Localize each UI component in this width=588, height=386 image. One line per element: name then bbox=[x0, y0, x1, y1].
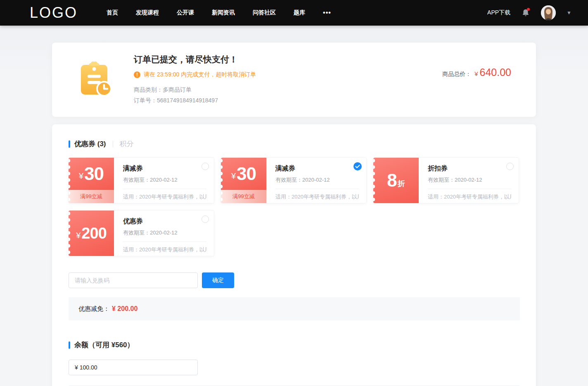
coupon-radio-unselected[interactable] bbox=[202, 163, 209, 170]
coupon-selected-check-icon[interactable] bbox=[353, 162, 362, 171]
tab-coupons[interactable]: 优惠券 (3) bbox=[74, 139, 106, 149]
expiry-date: 2020-02-12 bbox=[455, 177, 482, 183]
logo[interactable]: LOGO bbox=[30, 5, 78, 20]
coupon-card-30-manjian-1[interactable]: ¥30 满99立减 满减券 有效期至：2020-02-12 适用：2020年考研… bbox=[69, 158, 214, 203]
warning-text: 请在 23:59:00 内完成支付，超时将取消订单 bbox=[144, 71, 256, 78]
nav-menu: 首页 发现课程 公开课 新闻资讯 问答社区 题库 ••• bbox=[107, 9, 331, 17]
discount-label: 优惠减免： bbox=[78, 305, 109, 313]
nav-item-qa[interactable]: 问答社区 bbox=[253, 9, 276, 17]
exclamation-circle-icon: ! bbox=[134, 71, 140, 78]
notification-bell-icon[interactable] bbox=[521, 8, 530, 17]
coupon-title: 满减券 bbox=[275, 164, 359, 173]
clipboard-clock-icon bbox=[76, 59, 114, 100]
ticket-notches bbox=[373, 158, 377, 203]
coupon-card-200-youhui[interactable]: ¥200 优惠券 有效期至：2020-02-12 适用：2020年考研专属福利券… bbox=[69, 211, 214, 256]
nav-item-open-class[interactable]: 公开课 bbox=[177, 9, 194, 17]
coupon-amount: 30 bbox=[84, 163, 104, 184]
expiry-date: 2020-02-12 bbox=[150, 230, 178, 236]
coupon-details: 满减券 有效期至：2020-02-12 适用：2020年考研专属福利券，以用..… bbox=[114, 158, 214, 203]
section-accent-bar bbox=[69, 140, 70, 148]
chevron-down-icon[interactable]: ▼ bbox=[567, 10, 571, 16]
coupon-currency: ¥ bbox=[76, 231, 81, 240]
coupon-details: 折扣券 有效期至：2020-02-12 适用：2020年考研专属福利券，以用..… bbox=[419, 158, 519, 203]
coupon-amount-panel: ¥30 满99立减 bbox=[221, 158, 266, 203]
expiry-label: 有效期至： bbox=[123, 230, 150, 236]
coupon-card-discount-8zhe[interactable]: 8折 折扣券 有效期至：2020-02-12 适用：2020年考研专属福利券，以… bbox=[373, 158, 519, 203]
coupon-title: 满减券 bbox=[123, 164, 206, 173]
category-value: 多商品订单 bbox=[163, 86, 192, 93]
order-info: 订单已提交，请尽快支付！ ! 请在 23:59:00 内完成支付，超时将取消订单… bbox=[134, 54, 442, 106]
coupon-title: 折扣券 bbox=[428, 164, 511, 173]
coupon-amount: 200 bbox=[81, 225, 106, 242]
total-label: 商品总价： bbox=[442, 71, 471, 77]
currency-symbol: ¥ bbox=[474, 70, 478, 77]
payment-options-card: 优惠券 (3) 积分 ¥30 满99立减 满减券 有效期至：2020-02-12… bbox=[52, 124, 536, 386]
coupon-details: 优惠券 有效期至：2020-02-12 适用：2020年考研专属福利券，以用..… bbox=[114, 211, 214, 256]
ticket-notches bbox=[221, 158, 224, 203]
expiry-label: 有效期至： bbox=[275, 177, 302, 183]
balance-title: 余额（可用 ¥560） bbox=[74, 340, 134, 350]
coupon-radio-unselected[interactable] bbox=[506, 163, 514, 170]
coupon-amount: 30 bbox=[237, 163, 256, 184]
expiry-label: 有效期至： bbox=[428, 177, 455, 183]
order-title: 订单已提交，请尽快支付！ bbox=[134, 54, 442, 65]
coupon-condition-tag: 满99立减 bbox=[221, 190, 266, 203]
coupon-amount-panel: 8折 bbox=[373, 158, 419, 203]
coupon-title: 优惠券 bbox=[123, 217, 206, 226]
discount-value: ¥ 200.00 bbox=[112, 305, 138, 313]
order-category: 商品类别：多商品订单 bbox=[134, 84, 442, 95]
order-no-label: 订单号： bbox=[134, 97, 157, 104]
nav-right: APP下载 ▼ bbox=[487, 5, 571, 20]
coupon-amount-suffix: 折 bbox=[398, 179, 405, 189]
coupon-scope: 适用：2020年考研专属福利券，以用... bbox=[428, 189, 511, 201]
avatar[interactable] bbox=[541, 5, 556, 20]
coupon-section-header: 优惠券 (3) 积分 bbox=[69, 139, 519, 149]
tab-points[interactable]: 积分 bbox=[120, 139, 134, 149]
nav-item-courses[interactable]: 发现课程 bbox=[136, 9, 159, 17]
order-summary-card: 订单已提交，请尽快支付！ ! 请在 23:59:00 内完成支付，超时将取消订单… bbox=[52, 43, 536, 117]
ticket-notches bbox=[69, 211, 72, 256]
page-body: 订单已提交，请尽快支付！ ! 请在 23:59:00 内完成支付，超时将取消订单… bbox=[0, 26, 588, 386]
tab-divider bbox=[113, 141, 113, 147]
expiry-date: 2020-02-12 bbox=[302, 177, 330, 183]
order-number: 订单号：5681749184914918497 bbox=[134, 95, 442, 106]
confirm-button[interactable]: 确定 bbox=[202, 272, 234, 288]
coupon-details: 满减券 有效期至：2020-02-12 适用：2020年考研专属福利券，以用..… bbox=[266, 158, 366, 203]
coupon-scope: 适用：2020年考研专属福利券，以用... bbox=[123, 189, 206, 201]
coupon-amount-panel: ¥30 满99立减 bbox=[69, 158, 114, 203]
order-no-value: 5681749184914918497 bbox=[157, 97, 218, 104]
coupon-currency: ¥ bbox=[231, 171, 236, 181]
coupon-currency: ¥ bbox=[79, 171, 83, 181]
payment-deadline-warning: ! 请在 23:59:00 内完成支付，超时将取消订单 bbox=[134, 71, 442, 78]
redeem-code-row: 确定 bbox=[69, 272, 519, 288]
redeem-code-input[interactable] bbox=[69, 272, 198, 288]
coupon-radio-unselected[interactable] bbox=[202, 215, 209, 223]
coupon-amount-panel: ¥200 bbox=[69, 211, 114, 256]
coupon-scope: 适用：2020年考研专属福利券，以用... bbox=[275, 189, 359, 201]
discount-summary-bar: 优惠减免： ¥ 200.00 bbox=[69, 297, 520, 320]
category-label: 商品类别： bbox=[134, 86, 163, 93]
coupon-list: ¥30 满99立减 满减券 有效期至：2020-02-12 适用：2020年考研… bbox=[69, 158, 520, 256]
total-value: 640.00 bbox=[480, 66, 511, 78]
nav-more-icon[interactable]: ••• bbox=[323, 9, 331, 17]
coupon-scope: 适用：2020年考研专属福利券，以用... bbox=[123, 242, 206, 253]
balance-amount-input[interactable] bbox=[69, 360, 198, 375]
coupon-card-30-manjian-2-selected[interactable]: ¥30 满99立减 满减券 有效期至：2020-02-12 适用：2020年考研… bbox=[221, 158, 366, 203]
expiry-label: 有效期至： bbox=[123, 177, 150, 183]
coupon-condition-tag: 满99立减 bbox=[69, 190, 114, 203]
nav-item-question-bank[interactable]: 题库 bbox=[294, 9, 305, 17]
coupon-amount: 8 bbox=[387, 170, 396, 191]
top-nav: LOGO 首页 发现课程 公开课 新闻资讯 问答社区 题库 ••• APP下载 bbox=[0, 0, 588, 26]
balance-section-header: 余额（可用 ¥560） bbox=[69, 340, 519, 350]
order-total: 商品总价：¥640.00 bbox=[442, 66, 511, 78]
nav-item-news[interactable]: 新闻资讯 bbox=[212, 9, 235, 17]
section-accent-bar bbox=[69, 341, 70, 349]
ticket-notches bbox=[69, 158, 72, 203]
nav-item-home[interactable]: 首页 bbox=[107, 9, 118, 17]
app-download-link[interactable]: APP下载 bbox=[487, 9, 510, 17]
expiry-date: 2020-02-12 bbox=[150, 177, 178, 183]
